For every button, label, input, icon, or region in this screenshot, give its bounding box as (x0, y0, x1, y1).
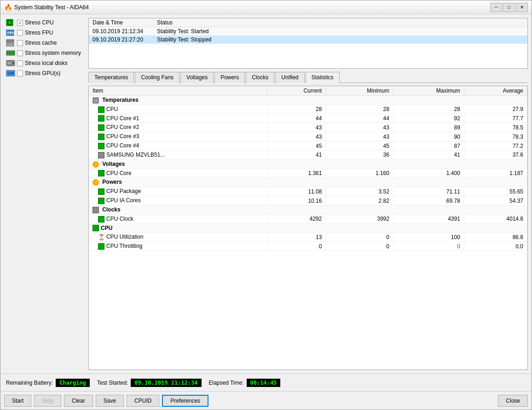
svg-rect-6 (6, 40, 14, 42)
item-cpu-core3: CPU Core #3 (89, 132, 267, 141)
item-cpu-core4: CPU Core #4 (89, 141, 267, 151)
table-row[interactable]: ⏳CPU Utilization 13 0 100 86.8 (89, 233, 527, 242)
stress-cpu-checkbox[interactable] (17, 20, 23, 26)
log-status-1: Stability Test: Started (157, 28, 524, 35)
svg-point-18 (11, 72, 14, 75)
elapsed-label: Elapsed Time: (209, 380, 244, 386)
stress-cpu-label: Stress CPU (25, 19, 54, 26)
minimize-button[interactable]: ─ (490, 3, 502, 12)
maximize-button[interactable]: □ (503, 3, 515, 12)
start-button[interactable]: Start (4, 395, 31, 407)
table-row[interactable]: SAMSUNG MZVLB51... 41 36 41 37.6 (89, 150, 527, 159)
content-area: Stress CPU FPU Stress FPU (0, 14, 532, 374)
table-row[interactable]: CPU 28 28 28 27.9 (89, 105, 527, 114)
stop-button[interactable]: Stop (34, 395, 61, 407)
battery-label: Remaining Battery: (6, 380, 53, 386)
log-row-1[interactable]: 09.10.2019 21:12:34 Stability Test: Star… (89, 27, 527, 35)
right-panel: Date & Time Status 09.10.2019 21:12:34 S… (88, 18, 528, 370)
table-header-row: Item Current Minimum Maximum Average (89, 86, 527, 96)
stress-cpu-icon (6, 19, 15, 26)
stress-cache-label: Stress cache (25, 40, 57, 46)
stress-fpu-checkbox[interactable] (17, 30, 23, 36)
stress-gpu-label: Stress GPU(s) (25, 70, 60, 76)
stress-local-checkbox[interactable] (17, 60, 23, 66)
svg-text:FPU: FPU (7, 31, 15, 35)
svg-text:🔥: 🔥 (4, 4, 12, 11)
test-started-status: Test Started: 09.10.2019 21:12:34 (97, 379, 202, 387)
preferences-button[interactable]: Preferences (162, 395, 208, 407)
stress-sysmem-checkbox[interactable] (17, 50, 23, 56)
tab-temperatures[interactable]: Temperatures (88, 72, 134, 83)
stress-cpu-item[interactable]: Stress CPU (4, 18, 85, 27)
log-area: Date & Time Status 09.10.2019 21:12:34 S… (88, 18, 528, 69)
button-bar: Start Stop Clear Save CPUID Preferences … (0, 391, 532, 410)
tab-clocks[interactable]: Clocks (246, 72, 274, 83)
battery-status: Remaining Battery: Charging (6, 379, 90, 387)
log-header: Date & Time Status (89, 18, 527, 27)
stress-sysmem-icon (6, 49, 15, 57)
stress-cache-checkbox[interactable] (17, 40, 23, 46)
item-cpu-core2: CPU Core #2 (89, 123, 267, 132)
col-average: Average (464, 86, 527, 96)
stress-gpu-checkbox[interactable] (17, 70, 23, 76)
close-window-button[interactable]: ✕ (516, 3, 528, 12)
stress-cache-icon (6, 39, 15, 47)
tab-cooling-fans[interactable]: Cooling Fans (135, 72, 179, 83)
item-samsung: SAMSUNG MZVLB51... (89, 150, 267, 159)
table-row[interactable]: CPU Core #4 45 45 87 77.2 (89, 141, 527, 151)
stress-sysmem-label: Stress system memory (25, 50, 81, 56)
col-maximum: Maximum (393, 86, 464, 96)
elapsed-status: Elapsed Time: 00:14:45 (209, 379, 281, 387)
group-temperatures: Temperatures (89, 96, 527, 105)
tab-powers[interactable]: Powers (214, 72, 245, 83)
table-row[interactable]: CPU Package 11.08 3.52 71.11 55.65 (89, 187, 527, 196)
tab-voltages[interactable]: Voltages (180, 72, 214, 83)
table-row[interactable]: CPU Throttling 0 0 0 0.0 (89, 242, 527, 251)
table-row[interactable]: CPU Clock 4292 3992 4391 4014.8 (89, 214, 527, 223)
test-started-label: Test Started: (97, 380, 128, 386)
log-status-header: Status (157, 19, 524, 26)
col-item: Item (89, 86, 267, 96)
svg-rect-9 (7, 52, 8, 54)
group-cpu: CPU (89, 223, 527, 233)
close-button[interactable]: Close (498, 395, 528, 407)
group-cpu-label: CPU (89, 223, 527, 233)
cpuid-button[interactable]: CPUID (127, 395, 159, 407)
table-row[interactable]: CPU Core #3 43 43 90 78.3 (89, 132, 527, 141)
item-cpu-core1: CPU Core #1 (89, 114, 267, 123)
tab-statistics[interactable]: Statistics (306, 72, 340, 83)
stress-fpu-item[interactable]: FPU Stress FPU (4, 28, 85, 37)
stress-gpu-icon (6, 70, 15, 77)
window-controls: ─ □ ✕ (490, 3, 528, 12)
tab-unified[interactable]: Unified (275, 72, 304, 83)
group-temperatures-label: Temperatures (89, 96, 527, 105)
table-row[interactable]: CPU Core #2 43 43 89 78.5 (89, 123, 527, 132)
svg-rect-3 (8, 21, 11, 24)
log-date-2: 09.10.2019 21:27:20 (93, 36, 157, 43)
item-cpu-throttling: CPU Throttling (89, 242, 267, 251)
elapsed-value: 00:14:45 (247, 379, 281, 387)
table-row[interactable]: CPU Core 1.361 1.160 1.400 1.187 (89, 169, 527, 178)
table-row[interactable]: CPU Core #1 44 44 92 77.7 (89, 114, 527, 123)
clear-button[interactable]: Clear (64, 395, 93, 407)
group-voltages: ⚡ Voltages (89, 159, 527, 169)
stress-fpu-icon: FPU (6, 29, 15, 36)
tab-bar: Temperatures Cooling Fans Voltages Power… (88, 71, 528, 83)
stress-local-item[interactable]: Stress local disks (4, 59, 85, 68)
svg-rect-12 (13, 52, 14, 54)
stress-gpu-item[interactable]: Stress GPU(s) (4, 69, 85, 78)
stress-local-icon (6, 59, 15, 67)
window-title: System Stability Test - AIDA64 (14, 4, 490, 11)
left-panel: Stress CPU FPU Stress FPU (4, 18, 85, 370)
statistics-table: Item Current Minimum Maximum Average (89, 86, 527, 251)
log-date-header: Date & Time (93, 19, 157, 26)
log-row-2[interactable]: 09.10.2019 21:27:20 Stability Test: Stop… (89, 35, 527, 44)
item-cpu-utilization: ⏳CPU Utilization (89, 233, 267, 242)
stress-cache-item[interactable]: Stress cache (4, 38, 85, 47)
save-button[interactable]: Save (96, 395, 124, 407)
stress-sysmem-item[interactable]: Stress system memory (4, 48, 85, 58)
stress-local-label: Stress local disks (25, 60, 68, 66)
stress-fpu-label: Stress FPU (25, 29, 53, 36)
table-row[interactable]: CPU IA Cores 10.16 2.82 69.78 54.37 (89, 196, 527, 205)
svg-rect-17 (7, 71, 11, 75)
